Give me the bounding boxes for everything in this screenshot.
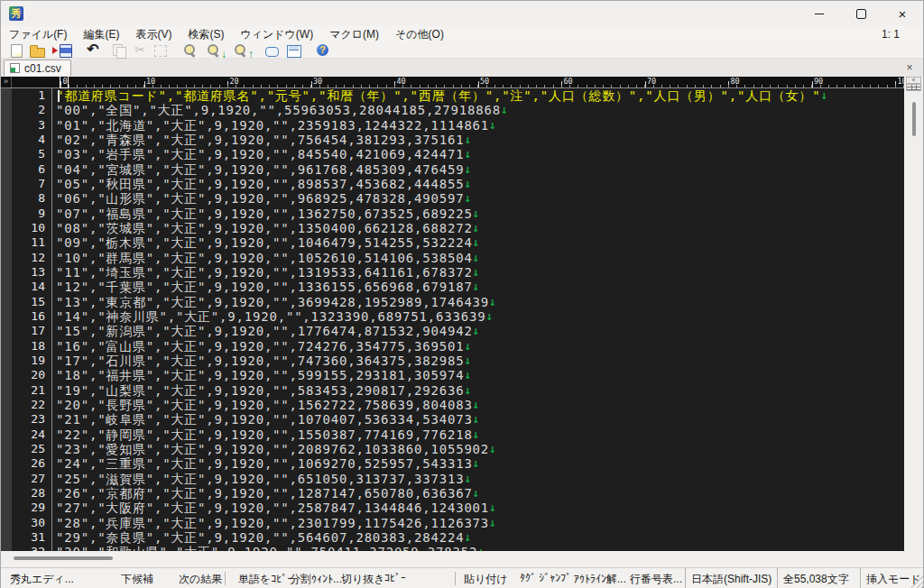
vertical-scrollbar[interactable]: « xyxy=(904,77,923,551)
line-text[interactable]: "08","茨城県","大正",9,1920,"",1350400,662128… xyxy=(51,221,473,235)
ruler-grid-button[interactable] xyxy=(906,84,921,91)
line-text[interactable]: "04","宮城県","大正",9,1920,"",961768,485309,… xyxy=(51,162,464,177)
tab-close-icon[interactable]: × xyxy=(903,61,916,74)
line-text[interactable]: "02","青森県","大正",9,1920,"",756454,381293,… xyxy=(51,133,464,147)
status-app-name[interactable]: 秀丸エディ... xyxy=(10,572,74,587)
window-controls: × xyxy=(799,1,923,26)
eol-mark: ↓ xyxy=(464,177,471,191)
status-next-result[interactable]: 次の結果 xyxy=(179,572,222,587)
new-file-icon[interactable] xyxy=(7,42,25,59)
line-text[interactable]: "10","群馬県","大正",9,1920,"",1052610,514106… xyxy=(51,251,473,265)
eol-mark: ↓ xyxy=(473,412,480,427)
line-text[interactable]: "18","福井県","大正",9,1920,"",599155,293181,… xyxy=(51,368,464,382)
line-text[interactable]: "都道府県コード","都道府県名","元号","和暦（年）","西暦（年）","… xyxy=(51,88,820,103)
editor-line: 12"10","群馬県","大正",9,1920,"",1052610,5141… xyxy=(1,251,906,265)
line-text[interactable]: "16","富山県","大正",9,1920,"",724276,354775,… xyxy=(51,339,464,354)
editor-line: 22"20","長野県","大正",9,1920,"",1562722,7586… xyxy=(1,398,906,412)
line-number: 32 xyxy=(1,545,51,551)
search-up-icon[interactable]: ↑ xyxy=(232,42,254,59)
status-input-mode[interactable]: 挿入モード xyxy=(860,568,912,588)
copy-icon xyxy=(110,42,128,59)
eol-mark: ↓ xyxy=(485,309,493,324)
editor-line: 28"26","京都府","大正",9,1920,"",1287147,6507… xyxy=(1,486,906,501)
status-candidate-down[interactable]: 下候補 xyxy=(121,572,153,587)
menu-item-macro[interactable]: マクロ(M) xyxy=(321,26,387,42)
maximize-button[interactable] xyxy=(840,1,882,26)
menu-item-window[interactable]: ウィンドウ(W) xyxy=(232,26,321,42)
search-down-icon[interactable]: ↓ xyxy=(205,42,226,59)
line-text[interactable]: "19","山梨県","大正",9,1920,"",583453,290817,… xyxy=(51,383,464,398)
line-text[interactable]: "14","神奈川県","大正",9,1920,"",1323390,68975… xyxy=(51,309,485,324)
editor-area[interactable]: » 0102030405060708090100 1"都道府県コード","都道府… xyxy=(1,77,906,551)
menu-item-view[interactable]: 表示(V) xyxy=(127,26,180,42)
editor-line: 8"06","山形県","大正",9,1920,"",968925,478328… xyxy=(1,191,906,206)
ruler: » 0102030405060708090100 xyxy=(1,77,906,88)
line-text[interactable]: "20","長野県","大正",9,1920,"",1562722,758639… xyxy=(51,398,473,412)
menu-item-other[interactable]: その他(O) xyxy=(387,26,452,42)
status-line-number-display[interactable]: 行番号表... xyxy=(630,572,682,587)
status-divider xyxy=(225,572,226,585)
file-type-icon xyxy=(10,63,20,73)
line-text[interactable]: "05","秋田県","大正",9,1920,"",898537,453682,… xyxy=(51,177,464,191)
status-copy-word[interactable]: 単語をｺﾋﾟｰ xyxy=(238,572,292,587)
line-text[interactable]: "06","山形県","大正",9,1920,"",968925,478328,… xyxy=(51,191,464,206)
line-text[interactable]: "13","東京都","大正",9,1920,"",3699428,195298… xyxy=(51,295,489,309)
ruler-label-10: 10 xyxy=(144,77,156,87)
editor-line: 29"27","大阪府","大正",9,1920,"",2587847,1344… xyxy=(1,501,906,515)
editor-line: 31"29","奈良県","大正",9,1920,"",564607,28038… xyxy=(1,530,906,545)
editor-line: 6"04","宮城県","大正",9,1920,"",961768,485309… xyxy=(1,162,906,177)
undo-icon[interactable]: ↶ xyxy=(84,42,102,59)
horizontal-scrollbar-thumb[interactable] xyxy=(14,556,113,560)
line-text[interactable]: "01","北海道","大正",9,1920,"",2359183,124432… xyxy=(51,118,489,133)
eol-mark: ↓ xyxy=(489,516,496,530)
vertical-scrollbar-thumb[interactable] xyxy=(912,102,916,136)
line-text[interactable]: "17","石川県","大正",9,1920,"",747360,364375,… xyxy=(51,354,464,368)
status-outline[interactable]: ｱｳﾄﾗｲﾝ解... xyxy=(574,572,626,587)
text-area[interactable]: 1"都道府県コード","都道府県名","元号","和暦（年）","西暦（年）",… xyxy=(1,88,906,551)
eol-mark: ↓ xyxy=(489,295,496,309)
line-number: 27 xyxy=(1,472,51,486)
status-encoding[interactable]: 日本語(Shift-JIS) xyxy=(685,568,777,588)
status-cut[interactable]: 切り抜き xyxy=(341,572,385,587)
search-icon[interactable] xyxy=(181,42,199,59)
line-number: 3 xyxy=(1,118,51,133)
line-text[interactable]: "11","埼玉県","大正",9,1920,"",1319533,641161… xyxy=(51,265,473,280)
line-text[interactable]: "03","岩手県","大正",9,1920,"",845540,421069,… xyxy=(51,147,464,161)
horizontal-scrollbar[interactable] xyxy=(1,551,906,567)
line-text[interactable]: "12","千葉県","大正",9,1920,"",1336155,656968… xyxy=(51,280,473,294)
menu-item-edit[interactable]: 編集(E) xyxy=(75,26,127,42)
line-text[interactable]: "25","滋賀県","大正",9,1920,"",651050,313737,… xyxy=(51,472,464,486)
line-text[interactable]: "23","愛知県","大正",9,1920,"",2089762,103386… xyxy=(51,442,489,456)
line-text[interactable]: "22","静岡県","大正",9,1920,"",1550387,774169… xyxy=(51,427,473,442)
ruler-collapse-button[interactable]: « xyxy=(906,77,921,84)
minimize-button[interactable] xyxy=(799,1,840,26)
open-file-icon[interactable] xyxy=(28,42,46,59)
menu-item-file[interactable]: ファイル(F) xyxy=(1,26,75,42)
line-text[interactable]: "29","奈良県","大正",9,1920,"",564607,280383,… xyxy=(51,530,464,545)
line-text[interactable]: "15","新潟県","大正",9,1920,"",1776474,871532… xyxy=(51,324,473,338)
line-text[interactable]: "21","岐阜県","大正",9,1920,"",1070407,536334… xyxy=(51,412,473,427)
line-text[interactable]: "07","福島県","大正",9,1920,"",1362750,673525… xyxy=(51,207,473,221)
close-button[interactable]: × xyxy=(882,1,923,26)
line-text[interactable]: "00","全国","大正",9,1920,"",55963053,280441… xyxy=(51,103,501,117)
status-split-window[interactable]: 分割ｳｨﾝﾄ... xyxy=(290,572,342,587)
search-up-arrow-icon: ↑ xyxy=(248,49,254,60)
tag-icon[interactable] xyxy=(263,42,282,59)
line-text[interactable]: "28","兵庫県","大正",9,1920,"",2301799,117542… xyxy=(51,516,489,530)
line-text[interactable]: "30","和歌山県","大正",9,1920,"",750411,372059… xyxy=(51,545,477,551)
line-text[interactable]: "24","三重県","大正",9,1920,"",1069270,525957… xyxy=(51,456,473,471)
line-number: 13 xyxy=(1,265,51,280)
menu-item-search[interactable]: 検索(S) xyxy=(180,26,232,42)
status-copy[interactable]: ｺﾋﾟｰ xyxy=(384,572,406,584)
status-paste[interactable]: 貼り付け xyxy=(464,572,508,587)
help-icon[interactable] xyxy=(314,42,332,59)
editor-line: 20"18","福井県","大正",9,1920,"",599155,29318… xyxy=(1,368,906,382)
split-window-icon[interactable] xyxy=(285,42,303,59)
line-text[interactable]: "26","京都府","大正",9,1920,"",1287147,650780… xyxy=(51,486,473,501)
eol-mark: ↓ xyxy=(473,456,480,471)
line-text[interactable]: "09","栃木県","大正",9,1920,"",1046479,514255… xyxy=(51,235,473,250)
status-tag-jump[interactable]: ﾀｸﾞ ｼﾞｬﾝﾌﾟ xyxy=(520,572,571,584)
save-file-icon[interactable] xyxy=(51,42,73,59)
tab-c01csv[interactable]: c01.csv xyxy=(4,60,71,76)
line-text[interactable]: "27","大阪府","大正",9,1920,"",2587847,134484… xyxy=(51,501,489,515)
